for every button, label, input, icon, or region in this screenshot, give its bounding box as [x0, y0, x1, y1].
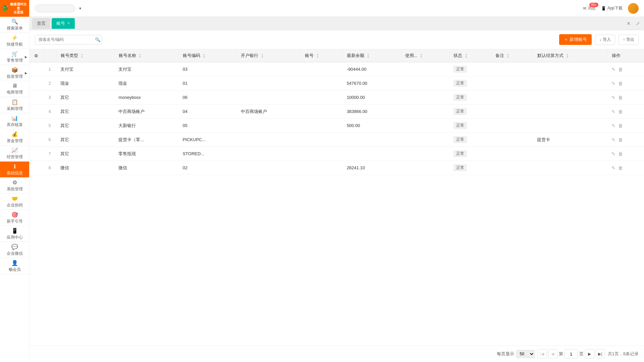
row-usage	[401, 161, 449, 175]
tab-close-action-icon[interactable]: ✕	[625, 19, 632, 27]
prev-page-button[interactable]: ◀	[548, 349, 557, 359]
search-button[interactable]: 🔍	[92, 35, 102, 44]
delete-icon[interactable]: 🗑	[618, 137, 623, 142]
delete-icon[interactable]: 🗑	[618, 165, 623, 171]
system-icon: ⚙	[12, 179, 17, 186]
delete-icon[interactable]: 🗑	[618, 81, 623, 86]
edit-icon[interactable]: ✎	[611, 151, 615, 157]
page-size-control: 每页显示 50 10 20 100	[497, 350, 535, 358]
page-input[interactable]	[565, 349, 578, 359]
row-usage	[401, 62, 449, 76]
sidebar-item-enterprise[interactable]: 🤝 企业协同	[0, 194, 29, 210]
avatar[interactable]	[628, 3, 639, 14]
tabbar: 首页 账号 ✕ ✕ ⤢	[30, 17, 644, 30]
edit-icon[interactable]: ✎	[611, 137, 615, 142]
sidebar-item-member[interactable]: 👤 畅会员	[0, 258, 29, 274]
row-name: 零售抵现	[114, 147, 178, 161]
next-page-button[interactable]: ▶	[585, 349, 594, 359]
delete-icon[interactable]: 🗑	[618, 109, 623, 114]
sidebar-item-operation[interactable]: 📈 经营管理	[0, 145, 29, 162]
page-size-select[interactable]: 50 10 20 100	[516, 350, 535, 358]
row-settings	[30, 161, 43, 175]
row-balance: 28241.10	[343, 161, 401, 175]
th-remark[interactable]: 备注 ▲▼	[491, 49, 533, 62]
row-remark	[491, 62, 533, 76]
th-type[interactable]: 账号类型 ▲▼	[56, 49, 114, 62]
topbar-dropdown[interactable]: ▾	[79, 6, 81, 11]
row-code: PICKUPC...	[178, 133, 237, 147]
tab-actions: ✕ ⤢	[625, 19, 641, 27]
sidebar-label-basic-info: 基础信息	[7, 170, 23, 176]
table-row: 8 微信 微信 02 28241.10 正常 ✎ 🗑	[30, 161, 644, 175]
topbar-search-input[interactable]	[35, 4, 75, 12]
edit-icon[interactable]: ✎	[611, 81, 615, 86]
th-bank[interactable]: 开户银行 ▲▼	[237, 49, 301, 62]
th-status[interactable]: 状态 ▲▼	[449, 49, 491, 62]
new-account-button[interactable]: ＋ 新增账号	[559, 34, 592, 45]
row-status: 正常	[449, 147, 491, 161]
last-page-button[interactable]: ▶|	[596, 349, 605, 359]
sidebar-label-inventory: 库存核算	[7, 122, 23, 128]
row-usage	[401, 105, 449, 119]
row-bank	[237, 62, 301, 76]
first-page-button[interactable]: |◀	[537, 349, 547, 359]
edit-icon[interactable]: ✎	[611, 123, 615, 128]
delete-icon[interactable]: 🗑	[618, 67, 623, 72]
sidebar-item-wholesale[interactable]: 📦 批发管理 ▶	[0, 65, 29, 81]
row-default-settle	[533, 119, 607, 133]
edit-icon[interactable]: ✎	[611, 95, 615, 100]
main-area: ▾ ✉ 消息 99+ 📱 App下载 首页 账号 ✕ ✕ ⤢	[30, 0, 644, 362]
row-settings	[30, 147, 43, 161]
sidebar-item-wechat[interactable]: 💬 企业微信	[0, 242, 29, 258]
edit-icon[interactable]: ✎	[611, 67, 615, 72]
app-download-button[interactable]: 📱 App下载	[601, 5, 623, 11]
sidebar-item-search[interactable]: 🔍 搜索菜单	[0, 17, 29, 33]
delete-icon[interactable]: 🗑	[618, 151, 623, 157]
tab-close-icon[interactable]: ✕	[67, 21, 70, 25]
row-default-settle: 提货卡	[533, 133, 607, 147]
import-button[interactable]: ↓ 导入	[595, 35, 615, 45]
row-default-settle	[533, 90, 607, 105]
th-usage[interactable]: 使用... ▲▼	[401, 49, 449, 62]
ecommerce-icon: 🖥	[12, 83, 17, 89]
edit-icon[interactable]: ✎	[611, 165, 615, 171]
th-account[interactable]: 账号 ▲▼	[301, 49, 343, 62]
th-default-settle[interactable]: 默认结算方式 ▲▼	[533, 49, 607, 62]
search-box: 🔍	[35, 35, 102, 45]
row-status: 正常	[449, 161, 491, 175]
row-usage	[401, 119, 449, 133]
tab-expand-icon[interactable]: ⤢	[635, 19, 641, 27]
row-actions: ✎ 🗑	[607, 161, 644, 175]
delete-icon[interactable]: 🗑	[618, 123, 623, 128]
row-status: 正常	[449, 90, 491, 105]
sidebar-item-system[interactable]: ⚙ 系统管理	[0, 178, 29, 194]
th-name[interactable]: 账号名称 ▲▼	[114, 49, 178, 62]
th-settings[interactable]: ⚙	[30, 49, 43, 62]
edit-icon[interactable]: ✎	[611, 109, 615, 114]
search-input[interactable]	[35, 35, 92, 44]
sidebar-item-ecommerce[interactable]: 🖥 电商管理	[0, 81, 29, 97]
th-balance[interactable]: 最新余额 ▲▼	[343, 49, 401, 62]
sidebar-item-basic-info[interactable]: ℹ 基础信息	[0, 162, 29, 178]
sidebar-item-finance[interactable]: 💰 资金管理	[0, 129, 29, 145]
sidebar-label-ecommerce: 电商管理	[7, 89, 23, 95]
export-button[interactable]: ↑ 导出	[619, 35, 639, 45]
th-code[interactable]: 账号编码 ▲▼	[178, 49, 237, 62]
sidebar-item-quick-nav[interactable]: ⚡ 快捷导航	[0, 33, 29, 49]
sidebar-item-inventory[interactable]: 📊 库存核算	[0, 113, 29, 129]
tab-account[interactable]: 账号 ✕	[52, 18, 75, 29]
topbar: ▾ ✉ 消息 99+ 📱 App下载	[30, 0, 644, 17]
tab-home[interactable]: 首页	[32, 18, 50, 29]
row-type: 其它	[56, 90, 114, 105]
sidebar-item-app-center[interactable]: 📱 应用中心	[0, 226, 29, 242]
row-default-settle	[533, 62, 607, 76]
sidebar-item-guide[interactable]: 🎯 新手引导	[0, 210, 29, 226]
delete-icon[interactable]: 🗑	[618, 95, 623, 100]
row-balance: 10000.00	[343, 90, 401, 105]
sidebar-item-purchase[interactable]: 📋 采购管理	[0, 97, 29, 113]
row-balance: 500.00	[343, 119, 401, 133]
row-code: 02	[178, 161, 237, 175]
row-balance	[343, 133, 401, 147]
message-button[interactable]: ✉ 消息 99+	[583, 5, 596, 11]
sidebar-item-retail[interactable]: 🛒 零售管理 ▶	[0, 49, 29, 65]
